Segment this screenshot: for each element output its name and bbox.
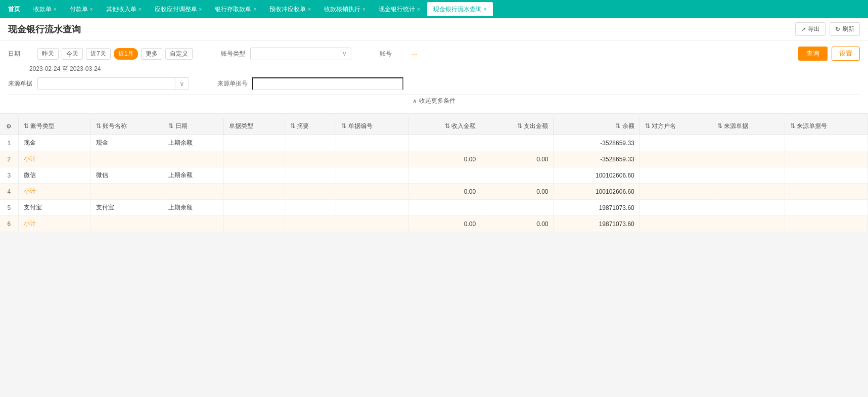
collapse-filter-button[interactable]: ∧ 收起更多条件 bbox=[8, 94, 860, 107]
row-source-doc bbox=[712, 200, 785, 216]
chevron-up-icon: ∧ bbox=[413, 98, 417, 105]
export-button[interactable]: ↗ 导出 bbox=[795, 22, 826, 36]
query-button[interactable]: 查询 bbox=[798, 47, 828, 61]
row-expense bbox=[481, 200, 554, 216]
nav-tab-adjustments[interactable]: 应收应付调整单 × bbox=[149, 2, 208, 16]
row-summary bbox=[285, 167, 336, 184]
row-income: 0.00 bbox=[408, 151, 481, 167]
refresh-button[interactable]: ↻ 刷新 bbox=[830, 22, 860, 36]
top-navigation: 首页 收款单 × 付款单 × 其他收入单 × 应收应付调整单 × 银行存取款单 … bbox=[0, 0, 868, 18]
settings-button[interactable]: 设置 bbox=[832, 47, 860, 61]
source-doc-no-label: 来源单据号 bbox=[217, 79, 248, 88]
close-icon[interactable]: × bbox=[484, 7, 487, 12]
close-icon[interactable]: × bbox=[199, 7, 202, 12]
gear-icon[interactable]: ⚙ bbox=[6, 123, 12, 130]
nav-home[interactable]: 首页 bbox=[2, 2, 26, 16]
col-account-name: ⇅ 账号名称 bbox=[90, 118, 163, 135]
row-income: 0.00 bbox=[408, 216, 481, 232]
row-expense bbox=[481, 135, 554, 151]
filter-row-2: 来源单据 ∨ 来源单据号 bbox=[8, 77, 860, 90]
column-settings[interactable]: ⚙ bbox=[0, 118, 18, 135]
nav-tab-bank-deposits[interactable]: 银行存取款单 × bbox=[209, 2, 262, 16]
date-range-display: 2023-02-24 至 2023-03-24 bbox=[27, 65, 860, 73]
date-more[interactable]: 更多 bbox=[141, 48, 162, 60]
data-table-container: ⚙ ⇅ 账号类型 ⇅ 账号名称 ⇅ 日期 单据类型 ⇅ bbox=[0, 118, 868, 232]
close-icon[interactable]: × bbox=[90, 7, 93, 12]
close-icon[interactable]: × bbox=[362, 7, 366, 12]
row-counterpart bbox=[639, 151, 712, 167]
row-source-doc-no bbox=[785, 200, 867, 216]
dots-button[interactable]: ··· bbox=[409, 50, 419, 58]
close-icon[interactable]: × bbox=[253, 7, 256, 12]
row-source-doc bbox=[712, 167, 785, 184]
row-counterpart bbox=[639, 216, 712, 232]
row-doc-type bbox=[224, 200, 285, 216]
row-summary bbox=[285, 184, 336, 200]
date-1month[interactable]: 近1月 bbox=[114, 48, 139, 60]
account-type-filter: 账号类型 ∨ bbox=[221, 48, 351, 60]
row-summary bbox=[285, 216, 336, 232]
nav-tab-receipt-verify[interactable]: 收款核销执行 × bbox=[318, 2, 372, 16]
row-date: 上期余额 bbox=[163, 200, 224, 216]
col-doc-type: 单据类型 bbox=[224, 118, 285, 135]
nav-tab-bank-stats[interactable]: 现金银行统计 × bbox=[373, 2, 426, 16]
export-icon: ↗ bbox=[801, 26, 806, 33]
close-icon[interactable]: × bbox=[54, 7, 57, 12]
account-type-select[interactable]: ∨ bbox=[250, 48, 351, 60]
nav-tab-receipts[interactable]: 收款单 × bbox=[27, 2, 63, 16]
row-account-name: 微信 bbox=[90, 167, 163, 184]
row-income: 0.00 bbox=[408, 184, 481, 200]
table-header: ⚙ ⇅ 账号类型 ⇅ 账号名称 ⇅ 日期 单据类型 ⇅ bbox=[0, 118, 868, 135]
nav-tab-bank-flow[interactable]: 现金银行流水查询 × bbox=[427, 2, 493, 16]
row-date bbox=[163, 216, 224, 232]
source-doc-select[interactable]: ∨ bbox=[37, 77, 189, 90]
row-index: 4 bbox=[0, 184, 18, 200]
row-date bbox=[163, 151, 224, 167]
row-income bbox=[408, 135, 481, 151]
chevron-down-icon[interactable]: ∨ bbox=[175, 78, 189, 90]
page-title: 现金银行流水查询 bbox=[8, 23, 81, 35]
close-icon[interactable]: × bbox=[308, 7, 311, 12]
row-counterpart bbox=[639, 184, 712, 200]
close-icon[interactable]: × bbox=[417, 7, 420, 12]
date-today[interactable]: 今天 bbox=[62, 48, 83, 60]
col-expense: ⇅ 支出金额 bbox=[481, 118, 554, 135]
date-7days[interactable]: 近7天 bbox=[86, 48, 111, 60]
row-source-doc-no bbox=[785, 184, 867, 200]
row-doc-type bbox=[224, 184, 285, 200]
date-custom[interactable]: 自定义 bbox=[165, 48, 193, 60]
row-account-type: 支付宝 bbox=[18, 200, 90, 216]
row-balance: 100102606.60 bbox=[554, 167, 639, 184]
source-doc-no-filter: 来源单据号 bbox=[217, 77, 403, 90]
account-number-filter: 账号 ··· bbox=[380, 50, 419, 58]
row-expense bbox=[481, 167, 554, 184]
date-filter: 日期 昨天 今天 近7天 近1月 更多 自定义 bbox=[8, 48, 193, 60]
row-doc-no bbox=[336, 216, 408, 232]
row-doc-no bbox=[336, 200, 408, 216]
page-header: 现金银行流水查询 ↗ 导出 ↻ 刷新 bbox=[0, 18, 868, 40]
row-date: 上期余额 bbox=[163, 135, 224, 151]
date-label: 日期 bbox=[8, 50, 33, 58]
row-doc-no bbox=[336, 184, 408, 200]
close-icon[interactable]: × bbox=[139, 7, 142, 12]
col-income: ⇅ 收入金额 bbox=[408, 118, 481, 135]
table-row: 4小计0.000.00100102606.60 bbox=[0, 184, 868, 200]
col-source-doc: ⇅ 来源单据 bbox=[712, 118, 785, 135]
row-summary bbox=[285, 200, 336, 216]
date-shortcuts: 昨天 今天 近7天 近1月 更多 自定义 bbox=[37, 48, 193, 60]
source-doc-input[interactable] bbox=[38, 78, 175, 90]
nav-tab-other-income[interactable]: 其他收入单 × bbox=[100, 2, 148, 16]
row-balance: 19871073.60 bbox=[554, 200, 639, 216]
source-doc-no-input[interactable] bbox=[252, 77, 403, 90]
flow-table: ⚙ ⇅ 账号类型 ⇅ 账号名称 ⇅ 日期 单据类型 ⇅ bbox=[0, 118, 868, 232]
nav-tab-prepay-offset[interactable]: 预收冲应收单 × bbox=[263, 2, 317, 16]
row-doc-no bbox=[336, 167, 408, 184]
row-account-name bbox=[90, 184, 163, 200]
col-counterpart: ⇅ 对方户名 bbox=[639, 118, 712, 135]
table-row: 3微信微信上期余额100102606.60 bbox=[0, 167, 868, 184]
nav-tab-payments[interactable]: 付款单 × bbox=[64, 2, 99, 16]
row-account-type: 微信 bbox=[18, 167, 90, 184]
date-yesterday[interactable]: 昨天 bbox=[37, 48, 59, 60]
row-balance: 19871073.60 bbox=[554, 216, 639, 232]
row-account-name: 支付宝 bbox=[90, 200, 163, 216]
